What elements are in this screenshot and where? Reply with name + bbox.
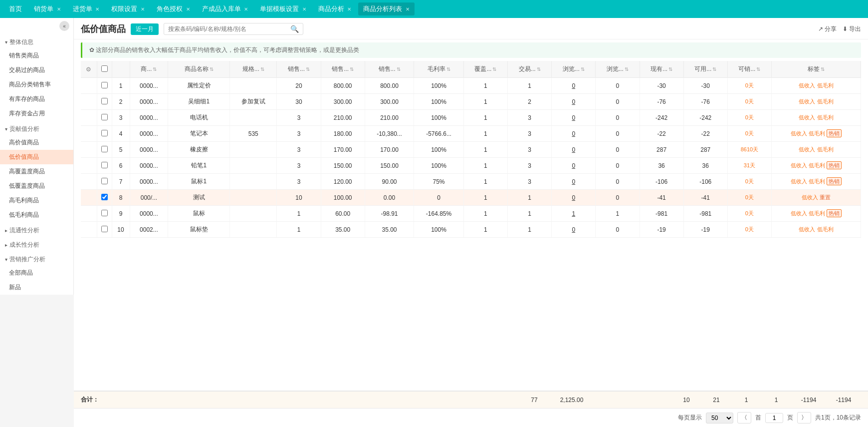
row-checkbox[interactable] bbox=[101, 98, 108, 104]
cell-browse1[interactable]: 0 bbox=[552, 158, 596, 174]
browse1-link[interactable]: 0 bbox=[572, 82, 575, 89]
close-product-inbound-icon[interactable]: ✕ bbox=[244, 6, 248, 12]
th-sales-amt[interactable]: 销售...⇅ bbox=[321, 61, 365, 78]
row-checkbox[interactable] bbox=[101, 130, 108, 136]
row-checkbox[interactable] bbox=[101, 210, 108, 216]
close-role-auth-icon[interactable]: ✕ bbox=[186, 6, 190, 12]
th-spec[interactable]: 规格...⇅ bbox=[230, 61, 277, 78]
sidebar-group-contribution[interactable]: ▾ 贡献值分析 bbox=[0, 121, 73, 135]
th-tags[interactable]: 标签⇅ bbox=[772, 61, 861, 78]
th-gear[interactable]: ⚙ bbox=[81, 61, 97, 78]
sidebar-group-liquidity[interactable]: ▸ 流通性分析 bbox=[0, 222, 73, 237]
table-container[interactable]: ⚙ 商...⇅ 商品名称⇅ 规格...⇅ 销售...⇅ 销售...⇅ 销售...… bbox=[74, 61, 868, 391]
first-page-button[interactable]: 〈 bbox=[737, 412, 751, 424]
search-input[interactable] bbox=[168, 25, 288, 32]
browse1-link[interactable]: 0 bbox=[572, 98, 575, 105]
th-name[interactable]: 商品名称⇅ bbox=[168, 61, 230, 78]
cell-browse1[interactable]: 0 bbox=[552, 110, 596, 126]
th-coverage[interactable]: 覆盖...⇅ bbox=[463, 61, 507, 78]
cell-browse1[interactable]: 0 bbox=[552, 78, 596, 94]
sidebar-item-low-value[interactable]: 低价值商品 bbox=[0, 150, 73, 164]
browse1-link[interactable]: 0 bbox=[572, 194, 575, 201]
row-checkbox[interactable] bbox=[101, 194, 108, 200]
nav-product-analysis-list[interactable]: 商品分析列表 ✕ bbox=[358, 2, 415, 15]
sidebar-item-low-profit[interactable]: 低毛利商品 bbox=[0, 208, 73, 222]
sidebar-item-all-products[interactable]: 全部商品 bbox=[0, 266, 73, 280]
sidebar-group-marketing[interactable]: ▾ 营销推广分析 bbox=[0, 251, 73, 266]
close-product-analysis-icon[interactable]: ✕ bbox=[347, 6, 351, 12]
cell-browse1[interactable]: 0 bbox=[552, 126, 596, 142]
th-sales-profit[interactable]: 销售...⇅ bbox=[365, 61, 414, 78]
th-browse2[interactable]: 浏览...⇅ bbox=[596, 61, 640, 78]
sidebar-item-traded-products[interactable]: 交易过的商品 bbox=[0, 63, 73, 77]
sidebar-group-growth[interactable]: ▸ 成长性分析 bbox=[0, 237, 73, 251]
sidebar-collapse-button[interactable]: « bbox=[59, 21, 69, 31]
share-button[interactable]: ↗ 分享 bbox=[818, 25, 837, 33]
tag-label: 低收入 bbox=[791, 162, 807, 168]
close-product-analysis-list-icon[interactable]: ✕ bbox=[406, 6, 410, 12]
cell-browse1[interactable]: 1 bbox=[552, 206, 596, 222]
nav-permissions[interactable]: 权限设置 ✕ bbox=[106, 2, 150, 15]
nav-role-auth[interactable]: 角色授权 ✕ bbox=[152, 2, 195, 15]
export-button[interactable]: ⬇ 导出 bbox=[843, 25, 861, 33]
cell-current-stock: 287 bbox=[640, 142, 683, 158]
browse1-link[interactable]: 0 bbox=[572, 146, 575, 153]
page-number-input[interactable] bbox=[765, 413, 783, 423]
cell-browse1[interactable]: 0 bbox=[552, 142, 596, 158]
select-all-checkbox[interactable] bbox=[101, 65, 108, 72]
total-browse2: 1 bbox=[761, 397, 791, 404]
gear-icon[interactable]: ⚙ bbox=[86, 66, 91, 73]
close-sales-order-icon[interactable]: ✕ bbox=[57, 6, 61, 12]
th-browse1[interactable]: 浏览...⇅ bbox=[552, 61, 596, 78]
sidebar-group-overall-info[interactable]: ▾ 整体信息 bbox=[0, 34, 73, 48]
browse1-link[interactable]: 0 bbox=[572, 226, 575, 233]
sidebar-item-sales-products[interactable]: 销售类商品 bbox=[0, 48, 73, 63]
browse1-link[interactable]: 0 bbox=[572, 130, 575, 137]
browse1-link[interactable]: 1 bbox=[572, 210, 575, 217]
row-checkbox[interactable] bbox=[101, 178, 108, 184]
sidebar-item-high-coverage[interactable]: 高覆盖度商品 bbox=[0, 164, 73, 179]
nav-product-inbound[interactable]: 产成品入库单 ✕ bbox=[197, 2, 253, 15]
th-gross-rate[interactable]: 毛利率⇅ bbox=[414, 61, 464, 78]
cell-browse2: 0 bbox=[596, 94, 640, 110]
cell-browse1[interactable]: 0 bbox=[552, 222, 596, 238]
sidebar-item-low-coverage[interactable]: 低覆盖度商品 bbox=[0, 179, 73, 193]
th-current-stock[interactable]: 现有...⇅ bbox=[640, 61, 683, 78]
nav-template-settings[interactable]: 单据模板设置 ✕ bbox=[255, 2, 311, 15]
row-checkbox[interactable] bbox=[101, 82, 108, 88]
cell-browse1[interactable]: 0 bbox=[552, 174, 596, 190]
sidebar-item-new-products[interactable]: 新品 bbox=[0, 280, 73, 295]
th-trade[interactable]: 交易...⇅ bbox=[507, 61, 551, 78]
row-checkbox[interactable] bbox=[101, 226, 108, 232]
browse1-link[interactable]: 0 bbox=[572, 162, 575, 169]
nav-home[interactable]: 首页 bbox=[4, 2, 27, 15]
content-area: 低价值商品 近一月 🔍 ↗ 分享 ⬇ 导出 ✿ 这部分商品的销售收入大幅低于商品… bbox=[74, 18, 868, 427]
nav-product-analysis[interactable]: 商品分析 ✕ bbox=[313, 2, 357, 15]
th-sellable[interactable]: 可销...⇅ bbox=[727, 61, 771, 78]
per-page-select[interactable]: 50 100 bbox=[706, 413, 733, 424]
nav-sales-order[interactable]: 销货单 ✕ bbox=[29, 2, 66, 15]
browse1-link[interactable]: 0 bbox=[572, 114, 575, 121]
row-checkbox[interactable] bbox=[101, 114, 108, 120]
cell-coverage: 1 bbox=[463, 142, 507, 158]
close-permissions-icon[interactable]: ✕ bbox=[141, 6, 145, 12]
nav-purchase-order[interactable]: 进货单 ✕ bbox=[68, 2, 105, 15]
close-template-icon[interactable]: ✕ bbox=[302, 6, 306, 12]
browse1-link[interactable]: 0 bbox=[572, 178, 575, 185]
next-page-button[interactable]: 〉 bbox=[797, 412, 811, 424]
th-sales-qty[interactable]: 销售...⇅ bbox=[277, 61, 321, 78]
close-purchase-order-icon[interactable]: ✕ bbox=[95, 6, 99, 12]
sidebar-item-high-value[interactable]: 高价值商品 bbox=[0, 135, 73, 150]
row-checkbox[interactable] bbox=[101, 146, 108, 152]
sidebar-item-stock-products[interactable]: 有库存的商品 bbox=[0, 92, 73, 106]
sidebar-item-stock-funds[interactable]: 库存资金占用 bbox=[0, 106, 73, 121]
row-checkbox[interactable] bbox=[101, 162, 108, 168]
cell-browse1[interactable]: 0 bbox=[552, 94, 596, 110]
cell-browse1[interactable]: 0 bbox=[552, 190, 596, 206]
th-code[interactable]: 商...⇅ bbox=[130, 61, 168, 78]
th-available[interactable]: 可用...⇅ bbox=[683, 61, 727, 78]
sidebar-item-high-profit[interactable]: 高毛利商品 bbox=[0, 193, 73, 208]
time-filter-button[interactable]: 近一月 bbox=[131, 23, 159, 35]
sidebar-item-category-sales-rate[interactable]: 商品分类销售率 bbox=[0, 77, 73, 92]
search-icon[interactable]: 🔍 bbox=[290, 25, 299, 33]
